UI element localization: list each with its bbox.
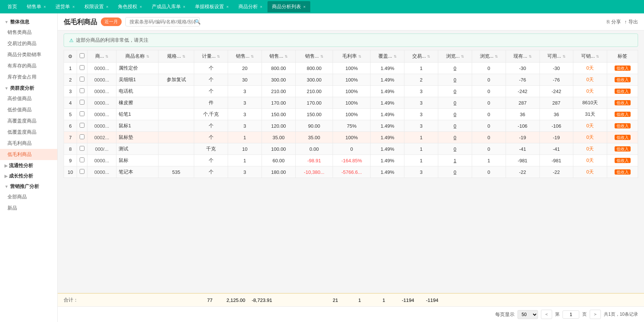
filter-button[interactable]: 近一月	[101, 17, 122, 26]
search-input[interactable]	[125, 17, 200, 26]
cell-sale-profit: 90.00	[295, 120, 333, 132]
sidebar-item-new-goods[interactable]: 新品	[0, 203, 57, 214]
cell-sale-count: 3	[228, 97, 262, 109]
sidebar-item-capital[interactable]: 库存资金占用	[0, 71, 57, 83]
cell-check[interactable]	[77, 109, 87, 120]
export-button[interactable]: ↑ 导出	[625, 19, 638, 25]
cell-view1[interactable]: 0	[438, 63, 472, 74]
sidebar-group-growth[interactable]: ▶ 成长性分析	[0, 170, 57, 181]
cell-view1[interactable]: 0	[438, 143, 472, 155]
sort-icon-sale-price[interactable]: ⇅	[285, 54, 288, 58]
page-number-input[interactable]	[563, 310, 579, 319]
sidebar-item-low-coverage[interactable]: 低覆盖度商品	[0, 127, 57, 138]
row-checkbox[interactable]	[80, 134, 84, 139]
cell-check[interactable]	[77, 74, 87, 86]
nav-close-roles[interactable]: ×	[140, 4, 142, 9]
sort-icon-available[interactable]: ⇅	[563, 54, 565, 58]
sort-icon-unit[interactable]: ⇅	[217, 54, 220, 58]
cell-saleable: 0天	[573, 155, 607, 166]
next-page-button[interactable]: ＞	[590, 310, 601, 319]
cell-view1[interactable]: 0	[438, 166, 472, 178]
page-total-info: 共1页，10条记录	[604, 311, 638, 318]
cell-available: -41	[539, 143, 573, 155]
sidebar-group-marketing[interactable]: ▼ 营销推广分析	[0, 181, 57, 191]
nav-close-sales[interactable]: ×	[44, 4, 46, 9]
cell-view1[interactable]: 0	[438, 120, 472, 132]
cell-check[interactable]	[77, 143, 87, 155]
sidebar-item-high-coverage[interactable]: 高覆盖度商品	[0, 115, 57, 127]
nav-item-template[interactable]: 单据模板设置 ×	[190, 1, 233, 12]
sort-icon-coverage[interactable]: ⇅	[394, 54, 397, 58]
sidebar-group-cluster[interactable]: ▼ 类群度分析	[0, 83, 57, 93]
sidebar-item-low-margin[interactable]: 低毛利商品	[0, 149, 57, 160]
search-icon[interactable]: 🔍	[195, 19, 201, 25]
cell-check[interactable]	[77, 63, 87, 74]
cell-check[interactable]	[77, 86, 87, 97]
cell-view1[interactable]: 0	[438, 97, 472, 109]
nav-close-finished[interactable]: ×	[183, 4, 185, 9]
prev-page-button[interactable]: ＜	[541, 310, 552, 319]
row-checkbox[interactable]	[80, 146, 84, 151]
nav-close-product-analysis[interactable]: ×	[260, 4, 262, 9]
settings-icon[interactable]: ⚙	[68, 54, 73, 59]
nav-item-sales[interactable]: 销售单 ×	[22, 1, 50, 12]
nav-item-product-analysis[interactable]: 商品分析 ×	[234, 1, 267, 12]
row-checkbox[interactable]	[80, 88, 84, 93]
cell-view1[interactable]: 0	[438, 132, 472, 143]
cell-view1[interactable]: 0	[438, 74, 472, 86]
cell-sale-count: 1	[228, 155, 262, 166]
cell-seq: 1	[64, 63, 77, 74]
sort-icon-gross-rate[interactable]: ⇅	[358, 54, 361, 58]
cell-view1[interactable]: 0	[438, 109, 472, 120]
row-checkbox[interactable]	[80, 65, 84, 70]
sidebar-item-inventory-goods[interactable]: 有库存的商品	[0, 60, 57, 71]
nav-item-product-analysis-list[interactable]: 商品分析列表 ×	[267, 1, 310, 12]
row-checkbox[interactable]	[80, 111, 84, 116]
cell-view1[interactable]: 0	[438, 86, 472, 97]
cell-seq: 2	[64, 74, 77, 86]
nav-item-roles[interactable]: 角色授权 ×	[113, 1, 146, 12]
sidebar-item-all-goods[interactable]: 全部商品	[0, 191, 57, 203]
sort-icon-sale-profit[interactable]: ⇅	[320, 54, 323, 58]
sort-icon-spec[interactable]: ⇅	[182, 54, 185, 58]
sidebar-group-liquidity[interactable]: ▶ 流通性分析	[0, 160, 57, 170]
cell-view1[interactable]: 1	[438, 155, 472, 166]
sidebar-item-sales-goods[interactable]: 销售类商品	[0, 27, 57, 38]
row-checkbox[interactable]	[80, 157, 84, 162]
nav-close-purchase[interactable]: ×	[72, 4, 74, 9]
cell-check[interactable]	[77, 120, 87, 132]
row-checkbox[interactable]	[80, 77, 84, 82]
sort-icon-view1[interactable]: ⇅	[461, 54, 464, 58]
cell-sale-price: 150.00	[262, 109, 295, 120]
sort-icon-name[interactable]: ⇅	[146, 54, 149, 58]
row-checkbox[interactable]	[80, 123, 84, 128]
sidebar-item-high-margin[interactable]: 高毛利商品	[0, 138, 57, 149]
sort-icon-saleable[interactable]: ⇅	[596, 54, 599, 58]
sidebar-item-category-rate[interactable]: 商品分类助销率	[0, 49, 57, 60]
row-checkbox[interactable]	[80, 100, 84, 105]
sidebar-item-high-value[interactable]: 高价值商品	[0, 93, 57, 104]
nav-item-finished-goods[interactable]: 产成品入库单 ×	[147, 1, 190, 12]
sidebar-item-traded-goods[interactable]: 交易过的商品	[0, 38, 57, 49]
sort-icon-sale-count[interactable]: ⇅	[251, 54, 254, 58]
nav-item-permissions[interactable]: 权限设置 ×	[80, 1, 113, 12]
sidebar-item-low-value[interactable]: 低价值商品	[0, 104, 57, 115]
sidebar-group-overall[interactable]: ▼ 整体信息	[0, 16, 57, 27]
row-checkbox[interactable]	[80, 169, 84, 174]
sort-icon-code[interactable]: ⇅	[105, 54, 108, 58]
nav-close-permissions[interactable]: ×	[106, 4, 108, 9]
nav-item-purchase[interactable]: 进货单 ×	[51, 1, 79, 12]
per-page-select[interactable]: 50 20 100	[518, 310, 538, 319]
nav-close-template[interactable]: ×	[226, 4, 228, 9]
cell-check[interactable]	[77, 132, 87, 143]
cell-check[interactable]	[77, 155, 87, 166]
select-all-checkbox[interactable]	[80, 53, 84, 58]
sort-icon-trade-count[interactable]: ⇅	[427, 54, 430, 58]
share-button[interactable]: ⎘ 分享	[607, 19, 621, 25]
sort-icon-current[interactable]: ⇅	[529, 54, 532, 58]
sort-icon-view2[interactable]: ⇅	[495, 54, 498, 58]
cell-check[interactable]	[77, 97, 87, 109]
nav-item-home[interactable]: 首页	[3, 1, 22, 12]
nav-close-product-analysis-list[interactable]: ×	[303, 4, 305, 9]
cell-check[interactable]	[77, 166, 87, 178]
